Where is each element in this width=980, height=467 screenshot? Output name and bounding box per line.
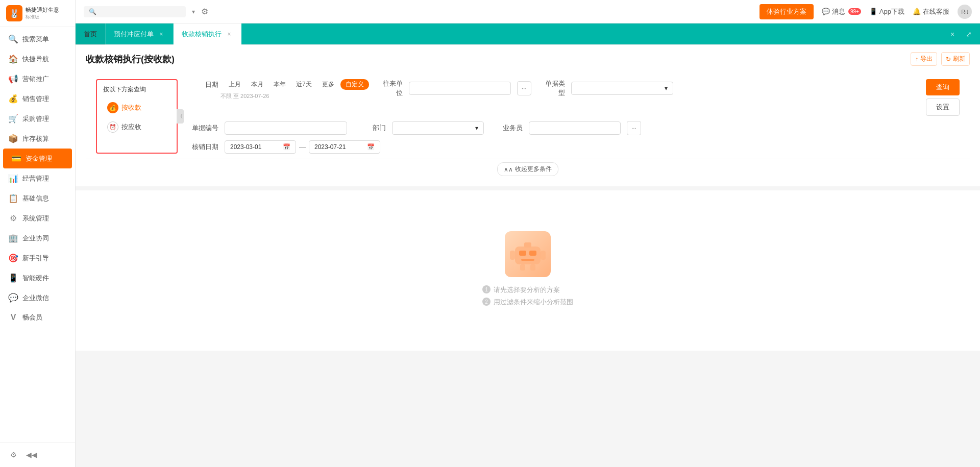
svg-rect-8	[530, 264, 535, 271]
industry-btn[interactable]: 体验行业方案	[760, 4, 814, 19]
export-label: 导出	[920, 55, 933, 63]
filter-left-panel: 按以下方案查询 💰 按收款 ⏰ 按应收 《	[96, 79, 178, 154]
date-last-month-btn[interactable]: 上月	[225, 79, 245, 90]
svg-rect-2	[529, 251, 536, 256]
sidebar-item-quick-nav[interactable]: 🏠 快捷导航	[0, 49, 75, 69]
top-header: 🔍 ▾ ⚙ 体验行业方案 💬 消息 99+ 📱 App下载 🔔 在线客服 Rit	[76, 0, 980, 23]
sidebar-item-corp[interactable]: 🏢 企业协同	[0, 228, 75, 248]
verify-date-row: 核销日期 2023-03-01 📅 — 2023-07-21 📅	[188, 140, 380, 154]
header-right: 体验行业方案 💬 消息 99+ 📱 App下载 🔔 在线客服 Rit	[760, 4, 972, 19]
date-this-year-btn[interactable]: 本年	[270, 79, 290, 90]
sidebar-item-member[interactable]: V 畅会员	[0, 308, 75, 327]
logo-icon: 🐰	[6, 5, 22, 21]
logo-text-group: 畅捷通好生意 标准版	[26, 6, 59, 20]
tab-prepay[interactable]: 预付冲应付单 ×	[106, 23, 174, 45]
settings-btn[interactable]: 设置	[926, 99, 960, 116]
export-btn[interactable]: ↑ 导出	[911, 52, 937, 66]
doctype-select[interactable]: ▾	[571, 82, 673, 95]
page-content: 收款核销执行(按收款) ↑ 导出 ↻ 刷新 按以下方案查询 💰	[76, 45, 980, 467]
online-service-btn[interactable]: 🔔 在线客服	[913, 7, 949, 16]
staff-input[interactable]	[529, 121, 621, 135]
partner-more-btn[interactable]: ···	[517, 81, 531, 95]
filter-option-by-receivable[interactable]: ⏰ 按应收	[103, 118, 170, 136]
tab-collection-label: 收款核销执行	[182, 30, 222, 39]
date-this-month-btn[interactable]: 本月	[247, 79, 267, 90]
empty-tip-2: 2 用过滤条件来缩小分析范围	[482, 298, 573, 307]
date-shortcuts: 上月 本月 本年 近7天 更多 自定义	[225, 79, 369, 90]
sidebar-item-finance[interactable]: 💳 资金管理	[3, 149, 72, 168]
sidebar-item-marketing[interactable]: 📢 营销推广	[0, 69, 75, 89]
sidebar-item-search[interactable]: 🔍 搜索菜单	[0, 29, 75, 49]
app-download-icon: 📱	[869, 8, 877, 15]
messages-btn[interactable]: 💬 消息 99+	[822, 7, 861, 16]
header-search-bar[interactable]: 🔍	[84, 6, 186, 17]
refresh-btn[interactable]: ↻ 刷新	[941, 52, 970, 66]
sidebar-collapse-btn[interactable]: ◀◀	[24, 448, 39, 462]
filter-collapse-btn[interactable]: 《	[177, 109, 184, 124]
date-7days-btn[interactable]: 近7天	[292, 79, 316, 90]
sidebar-item-inventory[interactable]: 📦 库存核算	[0, 129, 75, 149]
tab-collection-close[interactable]: ×	[226, 31, 233, 38]
sidebar-item-sales[interactable]: 💰 销售管理	[0, 89, 75, 109]
collapse-more-btn[interactable]: ∧∧ 收起更多条件	[497, 162, 558, 176]
dept-chevron-icon: ▾	[475, 125, 478, 132]
marketing-icon: 📢	[8, 74, 18, 84]
date-custom-btn[interactable]: 自定义	[340, 79, 369, 90]
dept-select[interactable]: ▾	[392, 121, 484, 135]
sidebar-settings-btn[interactable]: ⚙	[6, 448, 20, 462]
tab-home-label: 首页	[84, 30, 97, 39]
tab-home[interactable]: 首页	[76, 23, 106, 45]
verify-date-start-value: 2023-03-01	[230, 143, 261, 151]
tab-bar-right: × ⤢	[945, 27, 980, 41]
base-icon: 📋	[8, 193, 18, 203]
search-icon: 🔍	[8, 34, 18, 44]
verify-date-start-input[interactable]: 2023-03-01 📅	[225, 140, 296, 154]
partner-input[interactable]	[409, 82, 511, 95]
staff-row: 业务员 ···	[492, 121, 641, 135]
sidebar-label-system: 系统管理	[22, 214, 49, 223]
tab-prepay-close[interactable]: ×	[158, 31, 165, 38]
purchase-icon: 🛒	[8, 114, 18, 124]
partner-row: 往来单位 ···	[377, 79, 531, 97]
sidebar-item-system[interactable]: ⚙ 系统管理	[0, 208, 75, 228]
verify-date-end-input[interactable]: 2023-07-21 📅	[309, 140, 380, 154]
verify-end-calendar-icon[interactable]: 📅	[367, 143, 375, 151]
doctype-label: 单据类型	[540, 79, 565, 97]
tab-close-all-btn[interactable]: ×	[945, 27, 960, 41]
staff-more-btn[interactable]: ···	[627, 121, 641, 135]
verify-start-calendar-icon[interactable]: 📅	[283, 143, 290, 151]
sidebar-label-member: 畅会员	[22, 313, 42, 322]
tab-expand-btn[interactable]: ⤢	[962, 27, 976, 41]
date-range-text: 不限 至 2023-07-26	[188, 92, 369, 100]
sidebar-item-guide[interactable]: 🎯 新手引导	[0, 248, 75, 268]
filter-option-by-receipt[interactable]: 💰 按收款	[103, 99, 170, 116]
sidebar-item-hardware[interactable]: 📱 智能硬件	[0, 268, 75, 288]
sidebar-item-base[interactable]: 📋 基础信息	[0, 188, 75, 208]
filter-option-receivable-label: 按应收	[121, 122, 141, 132]
filter-option-receipt-label: 按收款	[121, 103, 141, 112]
page-header: 收款核销执行(按收款) ↑ 导出 ↻ 刷新	[76, 45, 980, 66]
query-btn[interactable]: 查询	[926, 79, 960, 95]
sidebar-logo: 🐰 畅捷通好生意 标准版	[0, 0, 75, 27]
logo-name: 畅捷通好生意	[26, 6, 59, 13]
online-service-label: 在线客服	[923, 7, 949, 16]
sidebar-item-wechat[interactable]: 💬 企业微信	[0, 288, 75, 308]
header-gear-icon[interactable]: ⚙	[201, 7, 208, 16]
app-download-btn[interactable]: 📱 App下载	[869, 7, 904, 16]
date-more-btn[interactable]: 更多	[318, 79, 338, 90]
tab-collection[interactable]: 收款核销执行 ×	[174, 23, 241, 45]
sidebar-item-purchase[interactable]: 🛒 采购管理	[0, 109, 75, 129]
header-chevron-icon[interactable]: ▾	[192, 8, 195, 15]
user-avatar[interactable]: Rit	[958, 5, 972, 19]
docno-input[interactable]	[225, 121, 347, 135]
sidebar-item-operations[interactable]: 📊 经营管理	[0, 168, 75, 188]
system-icon: ⚙	[8, 213, 18, 223]
tab-bar: 首页 预付冲应付单 × 收款核销执行 × × ⤢	[76, 23, 980, 45]
svg-rect-5	[510, 251, 515, 260]
doctype-row: 单据类型 ▾	[540, 79, 673, 97]
dept-label: 部门	[355, 124, 386, 133]
inventory-icon: 📦	[8, 134, 18, 143]
sidebar-label-sales: 销售管理	[22, 94, 49, 104]
empty-state: 1 请先选择要分析的方案 2 用过滤条件来缩小分析范围	[76, 190, 980, 351]
sidebar-label-hardware: 智能硬件	[22, 274, 49, 283]
